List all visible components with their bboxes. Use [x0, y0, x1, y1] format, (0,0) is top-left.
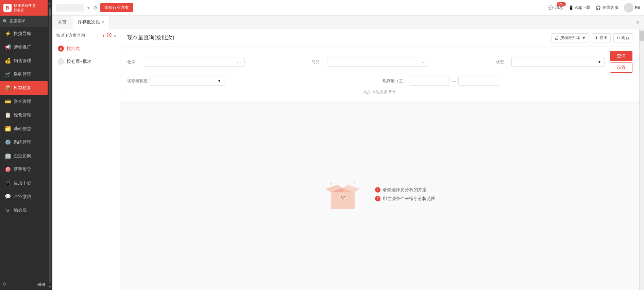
- right-scroll-handle[interactable]: [640, 31, 644, 41]
- export-button[interactable]: ⬆ 导出: [592, 33, 611, 42]
- sidebar-item-system[interactable]: ⚙️ 系统管理: [0, 135, 48, 149]
- sidebar-item-label: 基础信息: [14, 126, 31, 132]
- main-area: ▼ ⚙ 体验行业方案 💬 消息 99+ 📱 App下载 🎧 在线客服 Rit: [52, 0, 644, 290]
- sidebar-item-label: 新手引导: [14, 166, 31, 173]
- topbar-dropdown-icon[interactable]: ▼: [86, 5, 90, 10]
- svg-point-1: [108, 34, 110, 36]
- product-input[interactable]: ···: [327, 57, 429, 67]
- sidebar-item-label: 经营管理: [14, 112, 31, 118]
- username-label: Rit: [635, 5, 640, 10]
- empty-tips: 1 请先选择要分析的方案 2 用过滤条件来缩小分析范围: [375, 187, 436, 204]
- tab-inventory-batch[interactable]: 库存批次账 ×: [72, 16, 110, 29]
- sidebar-collapse-icon[interactable]: ◀◀: [37, 281, 45, 287]
- scroll-down-icon[interactable]: ▼: [48, 284, 52, 289]
- scroll-up-icon[interactable]: ▲: [48, 1, 52, 6]
- refresh-label: 刷新: [621, 35, 629, 41]
- filter-item-warehouse-batch[interactable]: 按仓库+批次: [52, 55, 120, 68]
- sidebar-item-label: 销售管理: [14, 58, 31, 64]
- warehouse-label: 仓库: [127, 59, 141, 65]
- user-avatar[interactable]: Rit: [624, 3, 640, 13]
- sidebar-item-purchase[interactable]: 🛒 采购管理: [0, 68, 48, 81]
- filter-item-batch[interactable]: ● 按批次: [52, 42, 120, 55]
- sidebar-item-inventory[interactable]: 📦 库存核算: [0, 81, 48, 95]
- collapse-conditions-button[interactable]: ⋀⋀ 收起更多条件: [127, 87, 632, 97]
- messages-button[interactable]: 💬 消息 99+: [548, 5, 563, 11]
- sidebar-item-vip[interactable]: V 畅会员: [0, 203, 48, 217]
- export-icon: ⬆: [595, 36, 598, 40]
- operation-icon: 📋: [5, 112, 11, 118]
- guide-icon: 🎯: [5, 166, 11, 173]
- tabbar-close-button[interactable]: ✕: [632, 20, 644, 25]
- sidebar-item-quick-nav[interactable]: ⚡ 快捷导航: [0, 27, 48, 40]
- print-label: 按模板打印: [560, 35, 580, 41]
- sidebar-item-operation[interactable]: 📋 经营管理: [0, 108, 48, 122]
- brand-name: 畅康通好生意: [14, 3, 36, 8]
- scroll-track: [49, 7, 51, 283]
- filter-collapse-icon[interactable]: «: [114, 33, 116, 38]
- sidebar-scrollbar[interactable]: ▲ ▼: [48, 0, 52, 290]
- action-buttons: 查询 设置: [610, 51, 632, 73]
- topbar-right: 💬 消息 99+ 📱 App下载 🎧 在线客服 Rit: [548, 3, 640, 13]
- tip-1-text: 请先选择要分析的方案: [383, 187, 427, 193]
- status-select[interactable]: ▼: [511, 57, 605, 67]
- refresh-button[interactable]: ↻ 刷新: [613, 33, 632, 42]
- scroll-thumb[interactable]: [49, 9, 51, 16]
- sidebar-item-basic[interactable]: 🗂️ 基础信息: [0, 122, 48, 135]
- refresh-icon: ↻: [616, 36, 620, 40]
- search-icon: 🔍: [3, 19, 8, 24]
- app-download-button[interactable]: 📱 App下载: [569, 5, 590, 11]
- quantity-condition: 现存量（主） —: [383, 76, 632, 86]
- trial-button[interactable]: 体验行业方案: [100, 3, 133, 12]
- warehouse-input[interactable]: ···: [143, 57, 245, 67]
- query-button[interactable]: 查询: [610, 51, 632, 61]
- page-title: 现存量查询(按批次): [127, 34, 174, 41]
- tab-close-icon[interactable]: ×: [102, 20, 104, 24]
- sidebar-item-label: 企业微信: [14, 194, 31, 200]
- content-area: 按以下方案查询 + « ●: [52, 29, 644, 290]
- filter-add-icon[interactable]: +: [102, 33, 105, 38]
- status-label: 状态: [496, 59, 509, 65]
- settings-footer-icon[interactable]: ⚙: [3, 282, 7, 287]
- tip-2-num: 2: [375, 196, 380, 201]
- sidebar-item-wechat[interactable]: 💬 企业微信: [0, 190, 48, 203]
- tip-1-num: 1: [375, 187, 380, 193]
- right-scrollbar[interactable]: [639, 29, 644, 290]
- product-label: 商品: [311, 59, 325, 65]
- online-service-button[interactable]: 🎧 在线客服: [596, 5, 618, 11]
- settings-button[interactable]: 设置: [610, 62, 632, 73]
- quantity-min-input[interactable]: [409, 76, 450, 86]
- online-service-label: 在线客服: [602, 5, 618, 11]
- warehouse-condition: 仓库 ···: [127, 57, 306, 67]
- svg-point-12: [341, 196, 342, 198]
- sidebar-item-app-center[interactable]: 📱 应用中心: [0, 176, 48, 190]
- vip-icon: V: [5, 207, 11, 213]
- sidebar-item-guide[interactable]: 🎯 新手引导: [0, 163, 48, 176]
- svg-point-14: [345, 196, 346, 197]
- sidebar-item-enterprise[interactable]: 🏢 企业协同: [0, 149, 48, 163]
- topbar-left: ▼ ⚙ 体验行业方案: [56, 3, 545, 12]
- svg-text:✦: ✦: [353, 181, 356, 184]
- filter-item-label: 按批次: [67, 46, 80, 52]
- sidebar-item-label: 系统管理: [14, 139, 31, 145]
- inventory-status-select[interactable]: ▼: [150, 76, 224, 86]
- tab-home[interactable]: 首页: [52, 16, 72, 29]
- filter-settings-icon[interactable]: [107, 33, 112, 38]
- sidebar-item-marketing[interactable]: 📢 营销推广: [0, 40, 48, 54]
- tab-home-label: 首页: [58, 19, 67, 25]
- tip-item-2: 2 用过滤条件来缩小分析范围: [375, 196, 436, 202]
- sidebar-item-finance[interactable]: 💳 资金管理: [0, 95, 48, 108]
- filter-panel-header: 按以下方案查询 + «: [52, 29, 120, 42]
- inventory-status-condition: 现存量状态 ▼: [127, 76, 377, 86]
- basic-icon: 🗂️: [5, 126, 11, 132]
- quantity-max-input[interactable]: [458, 76, 499, 86]
- topbar-gear-icon[interactable]: ⚙: [93, 5, 98, 11]
- sidebar-item-sales[interactable]: 💰 销售管理: [0, 54, 48, 68]
- sidebar-search[interactable]: 🔍 搜索菜单: [0, 16, 48, 27]
- message-icon: 💬: [548, 5, 554, 10]
- page-header: 现存量查询(按批次) 🖨 按模板打印 ▼ ⬆ 导出 ↻ 刷新: [120, 29, 639, 47]
- filter-panel: 按以下方案查询 + « ●: [52, 29, 120, 290]
- sidebar-item-label: 畅会员: [14, 207, 27, 213]
- purchase-icon: 🛒: [5, 71, 11, 77]
- tabbar: 首页 库存批次账 × ✕: [52, 16, 644, 29]
- print-button[interactable]: 🖨 按模板打印 ▼: [552, 33, 589, 42]
